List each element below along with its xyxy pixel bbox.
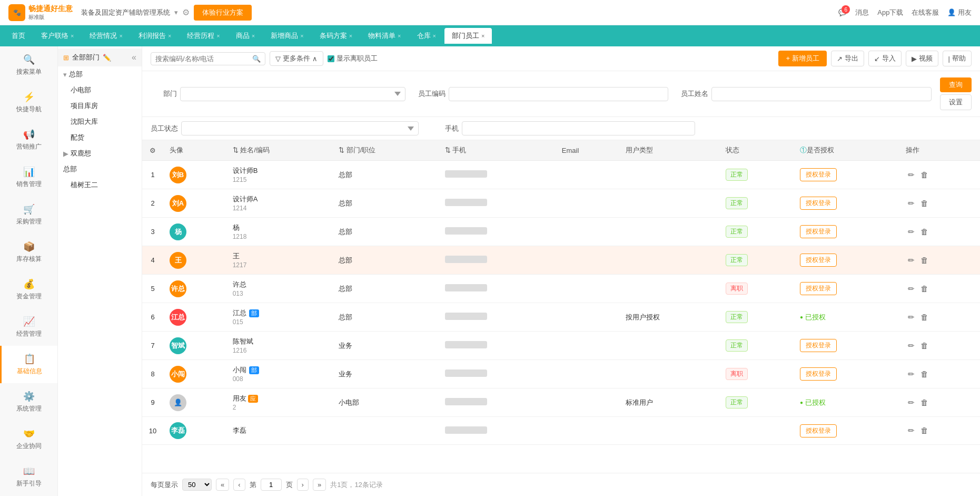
- dept-filter-select[interactable]: [180, 87, 405, 101]
- msg-label[interactable]: 消息: [855, 8, 869, 17]
- tab-bom[interactable]: 物料清单 ×: [361, 28, 408, 44]
- auth-btn[interactable]: 授权登录: [800, 168, 837, 181]
- edit-btn[interactable]: ✏: [906, 226, 917, 238]
- dept-all-label[interactable]: 全部部门: [72, 53, 100, 62]
- dept-item-headquarters-main[interactable]: ▾ 总部: [58, 66, 142, 82]
- edit-btn[interactable]: ✏: [906, 312, 917, 323]
- resigned-checkbox-input[interactable]: [328, 55, 334, 62]
- edit-btn[interactable]: ✏: [906, 198, 917, 209]
- delete-btn[interactable]: 🗑: [918, 283, 930, 294]
- nav-item-search[interactable]: 🔍 搜索菜单: [0, 46, 57, 84]
- col-settings[interactable]: ⚙: [142, 140, 163, 161]
- dropdown-icon[interactable]: ▾: [174, 8, 178, 16]
- dept-collapse-btn[interactable]: «: [132, 53, 136, 62]
- edit-btn[interactable]: ✏: [906, 368, 917, 380]
- import-btn[interactable]: ↙ 导入: [868, 51, 902, 66]
- nav-item-inventory[interactable]: 📦 库存核算: [0, 234, 57, 271]
- delete-btn[interactable]: 🗑: [918, 397, 930, 408]
- auth-btn[interactable]: 授权登录: [800, 197, 837, 210]
- more-filter-btn[interactable]: ▽ 更多条件 ∧: [270, 51, 323, 66]
- first-page-btn[interactable]: «: [216, 479, 229, 491]
- tab-home[interactable]: 首页: [4, 28, 33, 44]
- auth-btn[interactable]: 授权登录: [800, 254, 837, 267]
- phone-input[interactable]: [462, 121, 695, 135]
- tab-warehouse[interactable]: 仓库 ×: [410, 28, 443, 44]
- delete-btn[interactable]: 🗑: [918, 255, 930, 266]
- edit-btn[interactable]: ✏: [906, 425, 917, 436]
- export-btn[interactable]: ↗ 导出: [831, 51, 864, 66]
- dept-edit-icon[interactable]: ✏️: [103, 54, 111, 62]
- auth-btn[interactable]: 授权登录: [800, 367, 837, 381]
- app-download-link[interactable]: App下载: [877, 8, 903, 17]
- auth-btn[interactable]: 授权登录: [800, 339, 837, 352]
- delete-btn[interactable]: 🗑: [918, 425, 930, 436]
- trial-button[interactable]: 体验行业方案: [194, 5, 252, 21]
- query-btn[interactable]: 查询: [940, 77, 972, 92]
- emp-code-input[interactable]: [449, 87, 669, 101]
- dept-item-zhishu[interactable]: 植树王二: [58, 177, 142, 193]
- tab-barcode[interactable]: 条码方案 ×: [312, 28, 360, 44]
- nav-item-sales[interactable]: 📊 销售管理: [0, 159, 57, 196]
- delete-btn[interactable]: 🗑: [918, 226, 930, 237]
- status-badge: 正常: [726, 197, 748, 209]
- dept-item-shenyang[interactable]: 沈阳大库: [58, 114, 142, 130]
- edit-btn[interactable]: ✏: [906, 397, 917, 409]
- row-op: ✏ 🗑: [899, 189, 980, 218]
- tab-department[interactable]: 部门员工 ×: [444, 28, 492, 44]
- settings-icon[interactable]: ⚙: [182, 7, 190, 17]
- user-avatar[interactable]: 👤 用友: [947, 8, 972, 17]
- view-btn[interactable]: ▶ 视频: [906, 51, 938, 66]
- tab-profit[interactable]: 利润报告 ×: [131, 28, 179, 44]
- message-icon[interactable]: 💬 6: [838, 8, 847, 16]
- nav-item-finance[interactable]: 💰 资金管理: [0, 271, 57, 308]
- nav-item-purchase[interactable]: 🛒 采购管理: [0, 196, 57, 234]
- emp-status-select[interactable]: [181, 121, 419, 135]
- prev-page-btn[interactable]: ‹: [233, 479, 245, 491]
- emp-name-input[interactable]: [711, 87, 932, 101]
- nav-item-system[interactable]: ⚙️ 系统管理: [0, 383, 57, 421]
- help-btn[interactable]: | 帮助: [943, 51, 972, 66]
- last-page-btn[interactable]: »: [313, 479, 326, 491]
- dept-item-xiaodibu[interactable]: 小电部: [58, 82, 142, 98]
- col-dept[interactable]: ⇅ 部门/职位: [332, 140, 438, 161]
- nav-item-marketing[interactable]: 📢 营销推广: [0, 121, 57, 159]
- tab-operation[interactable]: 经营情况 ×: [82, 28, 130, 44]
- delete-btn[interactable]: 🗑: [918, 368, 930, 380]
- nav-item-basic[interactable]: 📋 基础信息: [0, 346, 57, 383]
- delete-btn[interactable]: 🗑: [918, 198, 930, 209]
- dept-item-shuanglu[interactable]: ▶ 双鹿想: [58, 145, 142, 161]
- tab-history[interactable]: 经营历程 ×: [180, 28, 227, 44]
- show-resigned-checkbox[interactable]: 显示离职员工: [328, 54, 378, 63]
- search-input[interactable]: [155, 55, 250, 63]
- next-page-btn[interactable]: ›: [297, 479, 309, 491]
- auth-btn[interactable]: 授权登录: [800, 282, 837, 295]
- delete-btn[interactable]: 🗑: [918, 340, 930, 351]
- col-phone[interactable]: ⇅ 手机: [439, 140, 556, 161]
- dept-item-project[interactable]: 项目库房: [58, 98, 142, 114]
- set-btn[interactable]: 设置: [940, 94, 972, 110]
- nav-item-collab[interactable]: 🤝 企业协同: [0, 421, 57, 458]
- search-icon-btn[interactable]: 🔍: [252, 55, 261, 63]
- online-service-link[interactable]: 在线客服: [912, 8, 939, 17]
- edit-btn[interactable]: ✏: [906, 255, 917, 266]
- delete-btn[interactable]: 🗑: [918, 312, 930, 323]
- nav-item-quick[interactable]: ⚡ 快捷导航: [0, 84, 57, 121]
- dept-item-distribution[interactable]: 配货: [58, 130, 142, 145]
- page-input[interactable]: [261, 479, 282, 491]
- auth-btn[interactable]: 授权登录: [800, 225, 837, 238]
- edit-btn[interactable]: ✏: [906, 169, 917, 181]
- add-employee-btn[interactable]: + 新增员工: [778, 51, 826, 66]
- edit-btn[interactable]: ✏: [906, 283, 917, 295]
- nav-item-guide[interactable]: 📖 新手引导: [0, 458, 57, 495]
- per-page-select[interactable]: 50 100 200: [182, 479, 212, 491]
- tab-new-goods[interactable]: 新增商品 ×: [263, 28, 311, 44]
- dept-item-headquarters2[interactable]: 总部: [58, 161, 142, 177]
- col-name[interactable]: ⇅ 姓名/编码: [226, 140, 332, 161]
- auth-btn[interactable]: 授权登录: [800, 424, 837, 437]
- edit-btn[interactable]: ✏: [906, 340, 917, 352]
- delete-btn[interactable]: 🗑: [918, 169, 930, 180]
- topbar-left: 🐾 畅捷通好生意 标准版 装备及固定资产辅助管理系统 ▾ ⚙ 体验行业方案: [8, 4, 252, 21]
- tab-goods[interactable]: 商品 ×: [229, 28, 262, 44]
- tab-customer[interactable]: 客户联络 ×: [34, 28, 81, 44]
- nav-item-management[interactable]: 📈 经营管理: [0, 308, 57, 346]
